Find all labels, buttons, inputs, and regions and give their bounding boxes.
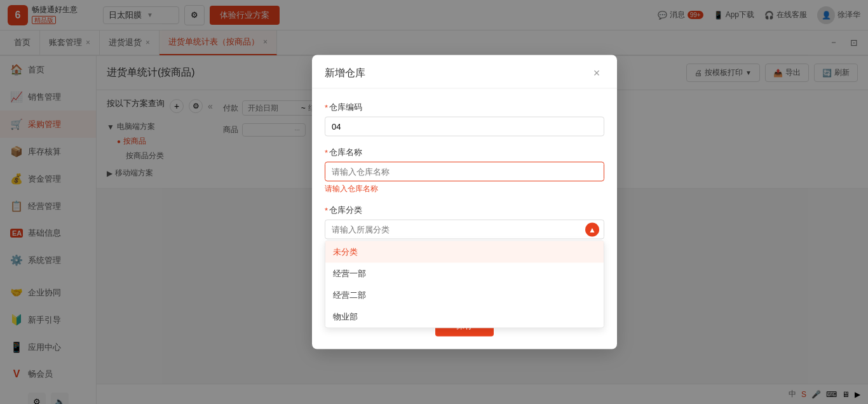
form-item-name: * 仓库名称 请输入仓库名称	[325, 147, 604, 194]
form-item-code: * 仓库编码	[325, 102, 604, 137]
category-select-wrapper: ▲ 未分类 经营一部 经营二部 物业部	[325, 220, 604, 239]
category-arrow-icon[interactable]: ▲	[585, 222, 599, 236]
dropdown-item-ops2[interactable]: 经营二部	[325, 285, 604, 306]
dropdown-item-property[interactable]: 物业部	[325, 306, 604, 328]
modal-header: 新增仓库 ×	[312, 55, 617, 89]
add-warehouse-modal: 新增仓库 × * 仓库编码 * 仓库名称 请输入仓库名称 * 仓库分类	[312, 55, 617, 349]
modal-title: 新增仓库	[325, 66, 365, 79]
form-item-category: * 仓库分类 ▲ 未分类 经营一部 经营二部 物业部	[325, 205, 604, 239]
name-input[interactable]	[325, 162, 604, 182]
category-label: * 仓库分类	[325, 205, 604, 216]
code-input[interactable]	[325, 117, 604, 137]
modal-close-button[interactable]: ×	[589, 65, 604, 81]
name-error-tip: 请输入仓库名称	[325, 184, 604, 194]
dropdown-item-ops1[interactable]: 经营一部	[325, 263, 604, 285]
category-dropdown: 未分类 经营一部 经营二部 物业部	[325, 241, 604, 328]
name-label: * 仓库名称	[325, 147, 604, 158]
category-input[interactable]	[325, 220, 604, 239]
modal-body: * 仓库编码 * 仓库名称 请输入仓库名称 * 仓库分类 ▲	[312, 89, 617, 307]
dropdown-item-uncategorized[interactable]: 未分类	[325, 241, 604, 263]
code-label: * 仓库编码	[325, 102, 604, 113]
